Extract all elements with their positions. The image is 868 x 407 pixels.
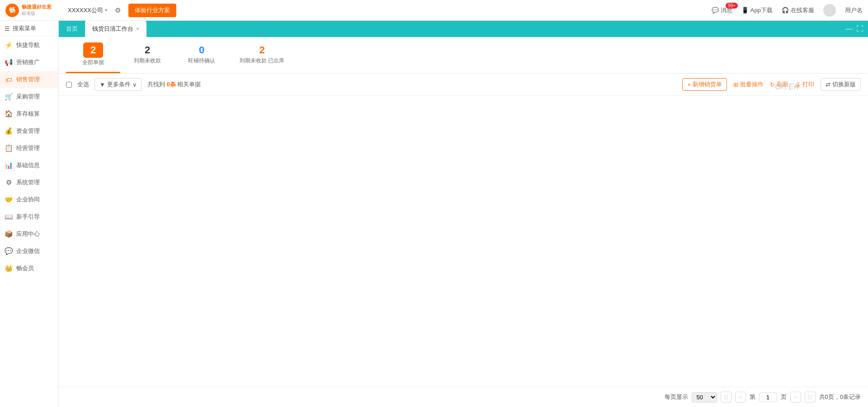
lightning-icon: ⚡ bbox=[5, 41, 13, 49]
logo-icon: 畅 bbox=[5, 4, 19, 17]
batch-label: 批量操作 bbox=[740, 80, 764, 89]
sidebar-item-finance[interactable]: 💰 资金管理 bbox=[0, 122, 58, 140]
page-suffix: 页 bbox=[781, 393, 787, 401]
chevron-down-icon: ▾ bbox=[105, 7, 108, 13]
tab-home[interactable]: 首页 bbox=[59, 21, 85, 37]
stat-tab-all[interactable]: 2 全部单据 bbox=[66, 37, 120, 73]
handshake-icon: 🤝 bbox=[5, 196, 13, 204]
filter-button[interactable]: ▼ 更多条件 ∨ bbox=[94, 78, 142, 91]
sidebar-item-cooperation[interactable]: 🤝 企业协同 bbox=[0, 191, 58, 208]
stat-pending-label: 旺铺待确认 bbox=[188, 57, 215, 65]
company-select[interactable]: XXXXXX公司 ▾ bbox=[68, 6, 108, 14]
sidebar-item-base[interactable]: 📊 基础信息 bbox=[0, 157, 58, 174]
header-right: 💬 消息 99+ 📱 App下载 🎧 在线客服 用户名 bbox=[712, 4, 863, 17]
tabs-bar: 首页 钱货日清工作台 × — ⛶ bbox=[59, 21, 868, 37]
page-label: 第 bbox=[750, 393, 755, 401]
sidebar-item-operation[interactable]: 📋 经营管理 bbox=[0, 140, 58, 157]
table-area bbox=[59, 96, 868, 387]
logo-area: 畅 畅捷通好生意 标准版 bbox=[5, 4, 64, 17]
page-first-button[interactable]: ⟨⟨ bbox=[721, 392, 731, 402]
stat-tab-overdue[interactable]: 2 到期未收款 bbox=[120, 37, 175, 73]
refresh-icon: ↻ bbox=[770, 81, 775, 88]
tab-work-bench[interactable]: 钱货日清工作台 × bbox=[85, 21, 146, 37]
switch-version-button[interactable]: ⇄ 切换新版 bbox=[821, 78, 861, 91]
message-button[interactable]: 💬 消息 99+ bbox=[712, 6, 732, 14]
per-page-select[interactable]: 50 100 bbox=[692, 392, 717, 402]
sidebar-item-marketing[interactable]: 📢 营销推广 bbox=[0, 54, 58, 71]
house-icon: 🏠 bbox=[5, 110, 13, 118]
add-order-button[interactable]: + 新增销货单 bbox=[682, 78, 727, 91]
book-icon: 📖 bbox=[5, 213, 13, 221]
filter-label: 更多条件 bbox=[107, 80, 131, 89]
app-download-button[interactable]: 📱 App下载 bbox=[741, 6, 773, 14]
tab-home-label: 首页 bbox=[66, 25, 78, 33]
page-next-button[interactable]: ＞ bbox=[790, 392, 801, 402]
sidebar-label-cooperation: 企业协同 bbox=[16, 196, 40, 204]
chart-icon: 📊 bbox=[5, 161, 13, 169]
page-prev-button[interactable]: ＜ bbox=[735, 392, 746, 402]
sidebar-item-sales[interactable]: 🏷 销售管理 bbox=[0, 71, 58, 88]
gear-button[interactable]: ⚙ bbox=[111, 4, 124, 17]
toolbar: 全选 ▼ 更多条件 ∨ 共找到 0条 相关单据 + 新增销货单 ⊞ 批量操作 bbox=[59, 74, 868, 96]
page-last-button[interactable]: ⟩⟩ bbox=[805, 392, 816, 402]
often-watermark: OfTEn bbox=[775, 82, 798, 92]
add-icon: + bbox=[687, 81, 691, 88]
sidebar-item-quick-nav[interactable]: ⚡ 快捷导航 bbox=[0, 37, 58, 54]
sidebar-label-inventory: 库存核算 bbox=[16, 110, 40, 118]
crown-icon: 👑 bbox=[5, 264, 13, 272]
clipboard-icon: 📋 bbox=[5, 144, 13, 152]
stat-all-wrap: 2 bbox=[83, 42, 103, 58]
minimize-icon[interactable]: — bbox=[845, 25, 853, 33]
sidebar-item-inventory[interactable]: 🏠 库存核算 bbox=[0, 105, 58, 122]
logo-text: 畅捷通好生意 标准版 bbox=[22, 4, 52, 17]
batch-button[interactable]: ⊞ 批量操作 bbox=[733, 80, 764, 89]
sidebar-label-member: 畅会员 bbox=[16, 264, 34, 272]
select-all-checkbox[interactable] bbox=[66, 82, 72, 88]
search-icon: ☰ bbox=[5, 25, 10, 32]
sidebar-label-finance: 资金管理 bbox=[16, 127, 40, 135]
batch-icon: ⊞ bbox=[733, 81, 738, 88]
stat-overdue-label: 到期未收款 bbox=[134, 57, 161, 65]
stats-tabs: 2 全部单据 2 到期未收款 0 旺铺待确认 2 到期未收款 已出库 bbox=[59, 37, 868, 74]
app-label: App下载 bbox=[750, 6, 773, 14]
sidebar-item-purchase[interactable]: 🛒 采购管理 bbox=[0, 88, 58, 105]
sidebar-item-wechat[interactable]: 💬 企业微信 bbox=[0, 243, 58, 260]
settings-icon: ⚙ bbox=[5, 178, 13, 187]
sidebar-label-guide: 新手引导 bbox=[16, 213, 40, 221]
page-input[interactable] bbox=[759, 393, 777, 402]
sidebar-label-app-center: 应用中心 bbox=[16, 230, 40, 238]
trial-button[interactable]: 体验行业方案 bbox=[128, 4, 176, 17]
stat-tab-overdue-out[interactable]: 2 到期未收款 已出库 bbox=[229, 37, 295, 73]
sidebar-label-quick-nav: 快捷导航 bbox=[16, 41, 40, 49]
sidebar-label-purchase: 采购管理 bbox=[16, 93, 40, 101]
stat-all-num: 2 bbox=[90, 44, 96, 56]
tab-close-icon[interactable]: × bbox=[136, 26, 139, 32]
avatar[interactable] bbox=[823, 4, 836, 17]
found-prefix: 共找到 bbox=[147, 81, 165, 88]
sidebar-item-app-center[interactable]: 📦 应用中心 bbox=[0, 225, 58, 243]
sidebar-item-guide[interactable]: 📖 新手引导 bbox=[0, 208, 58, 225]
sidebar-item-member[interactable]: 👑 畅会员 bbox=[0, 260, 58, 277]
sidebar-label-base: 基础信息 bbox=[16, 161, 40, 169]
select-all-label: 全选 bbox=[77, 80, 89, 89]
money-icon: 💰 bbox=[5, 127, 13, 135]
found-count: 0条 bbox=[167, 81, 176, 88]
add-order-label: 新增销货单 bbox=[693, 80, 722, 89]
package-icon: 📦 bbox=[5, 230, 13, 238]
service-label: 在线客服 bbox=[791, 6, 814, 14]
found-suffix: 相关单据 bbox=[177, 81, 201, 88]
username: 用户名 bbox=[845, 6, 863, 14]
sidebar-search[interactable]: ☰ 搜索菜单 bbox=[0, 21, 58, 37]
company-name: XXXXXX公司 bbox=[68, 6, 103, 14]
megaphone-icon: 📢 bbox=[5, 58, 13, 66]
sidebar-item-system[interactable]: ⚙ 系统管理 bbox=[0, 174, 58, 191]
sidebar: ☰ 搜索菜单 ⚡ 快捷导航 📢 营销推广 🏷 销售管理 🛒 采购管理 🏠 库存核… bbox=[0, 0, 59, 407]
service-icon: 🎧 bbox=[782, 7, 789, 14]
main-content: 2 全部单据 2 到期未收款 0 旺铺待确认 2 到期未收款 已出库 全选 ▼ bbox=[59, 37, 868, 407]
sidebar-label-sales: 销售管理 bbox=[16, 75, 40, 84]
stat-tab-pending[interactable]: 0 旺铺待确认 bbox=[175, 37, 229, 73]
service-button[interactable]: 🎧 在线客服 bbox=[782, 6, 814, 14]
maximize-icon[interactable]: ⛶ bbox=[856, 25, 863, 33]
pagination: 每页显示 50 100 ⟨⟨ ＜ 第 页 ＞ ⟩⟩ 共0页，0条记录 bbox=[59, 387, 868, 407]
stat-pending-num: 0 bbox=[199, 44, 204, 56]
